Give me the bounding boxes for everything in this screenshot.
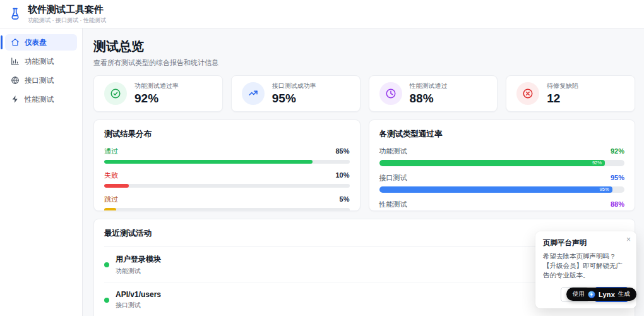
status-dot — [104, 298, 109, 303]
bar-track — [104, 208, 350, 211]
chart-bar-row: 跳过 5% — [104, 195, 350, 211]
globe-icon — [11, 76, 20, 85]
stat-value: 88% — [410, 92, 448, 106]
x-circle-icon — [516, 82, 539, 105]
lightning-icon — [11, 95, 20, 104]
bar-fill — [104, 184, 129, 188]
stat-card-performance-pass: 性能测试通过 88% — [369, 75, 498, 112]
bar-inline-label: 92% — [592, 161, 605, 166]
sidebar: 仪表盘 功能测试 接口测试 性能测试 — [0, 28, 83, 316]
bar-label: 通过 — [104, 147, 118, 156]
sidebar-item-label: 功能测试 — [25, 57, 54, 66]
stat-cards-row: 功能测试通过率 92% 接口测试成功率 95% 性能测试通过 88% — [93, 75, 635, 112]
chart-bar-row: 接口测试 95% 95% — [379, 173, 625, 193]
activity-name: 用户登录模块 — [116, 254, 161, 265]
sidebar-item-label: 仪表盘 — [25, 38, 47, 47]
bar-fill: 95% — [379, 186, 612, 193]
chart-bar-row: 性能测试 88% 88% — [379, 200, 625, 211]
stat-card-functional-pass-rate: 功能测试通过率 92% — [93, 75, 223, 112]
stat-value: 92% — [134, 92, 179, 106]
bar-value: 85% — [335, 147, 349, 155]
app-title: 软件测试工具套件 — [28, 4, 106, 15]
header-title-block: 软件测试工具套件 功能测试 · 接口测试 · 性能测试 — [28, 4, 106, 25]
test-tube-icon — [9, 8, 21, 20]
chart-title: 各测试类型通过率 — [379, 129, 625, 140]
stat-card-api-success-rate: 接口测试成功率 95% — [231, 75, 361, 112]
check-circle-icon — [104, 82, 127, 105]
lynx-logo-icon — [588, 291, 595, 298]
bar-label: 失败 — [104, 171, 118, 180]
sidebar-item-functional-test[interactable]: 功能测试 — [5, 53, 77, 70]
home-icon — [11, 38, 20, 47]
sidebar-item-api-test[interactable]: 接口测试 — [5, 72, 77, 88]
badge-prefix: 使用 — [573, 290, 585, 298]
bar-value: 10% — [335, 171, 349, 179]
sidebar-item-dashboard[interactable]: 仪表盘 — [5, 34, 77, 51]
trend-up-icon — [242, 82, 265, 105]
status-dot — [104, 262, 109, 267]
stat-label: 接口测试成功率 — [272, 82, 316, 90]
activity-name: API/v1/users — [116, 290, 161, 299]
bar-label: 跳过 — [104, 195, 118, 204]
badge-brand: Lynx — [599, 291, 615, 298]
chart-bar-row: 失败 10% — [104, 171, 350, 188]
chart-title: 测试结果分布 — [104, 129, 350, 140]
bar-label: 性能测试 — [379, 200, 407, 209]
bar-track: 95% — [379, 186, 625, 193]
stat-label: 性能测试通过 — [410, 82, 448, 90]
bar-track — [104, 160, 350, 164]
close-icon[interactable]: × — [626, 236, 631, 243]
chart-bar-row: 通过 85% — [104, 147, 350, 164]
stat-value: 95% — [272, 92, 316, 106]
page-subtitle: 查看所有测试类型的综合报告和统计信息 — [93, 58, 635, 68]
sidebar-item-label: 性能测试 — [25, 95, 54, 104]
bar-track — [104, 184, 350, 188]
stat-label: 功能测试通过率 — [134, 82, 179, 90]
badge-suffix: 生成 — [618, 290, 630, 298]
popup-title: 页脚平台声明 — [543, 238, 629, 248]
sidebar-item-label: 接口测试 — [25, 76, 54, 85]
chart-panel-pass-rate-by-type: 各测试类型通过率 功能测试 92% 92% 接口测试 95% — [369, 119, 636, 211]
stat-card-defects-to-fix: 待修复缺陷 12 — [506, 75, 635, 112]
activity-type: 接口测试 — [116, 301, 161, 310]
bar-inline-label: 95% — [600, 187, 612, 192]
lynx-generated-badge[interactable]: 使用 Lynx 生成 — [566, 288, 636, 301]
app-subtitle: 功能测试 · 接口测试 · 性能测试 — [28, 16, 106, 25]
bar-fill: 92% — [379, 160, 605, 166]
bar-label: 功能测试 — [379, 147, 407, 156]
chart-bar-row: 功能测试 92% 92% — [379, 147, 625, 166]
charts-row: 测试结果分布 通过 85% 失败 10% — [93, 119, 635, 211]
app-header: 软件测试工具套件 功能测试 · 接口测试 · 性能测试 — [0, 0, 644, 28]
bar-label: 接口测试 — [379, 173, 407, 183]
page-title: 测试总览 — [93, 38, 635, 55]
activity-type: 功能测试 — [116, 267, 161, 276]
sidebar-item-performance-test[interactable]: 性能测试 — [5, 91, 77, 107]
bar-track: 92% — [379, 160, 625, 166]
bar-value: 88% — [611, 200, 624, 208]
clock-icon — [379, 82, 402, 105]
bar-value: 92% — [611, 147, 624, 155]
bar-value: 95% — [611, 174, 624, 181]
chart-panel-result-distribution: 测试结果分布 通过 85% 失败 10% — [93, 119, 361, 211]
bar-chart-icon — [11, 57, 20, 66]
bar-fill — [104, 208, 116, 211]
stat-value: 12 — [547, 92, 578, 106]
popup-body: 希望去除本页脚声明吗？【升级会员】即可解锁无广告的专业版本。 — [543, 252, 629, 281]
stat-label: 待修复缺陷 — [547, 82, 578, 90]
bar-fill — [104, 160, 313, 164]
bar-value: 5% — [340, 195, 350, 203]
